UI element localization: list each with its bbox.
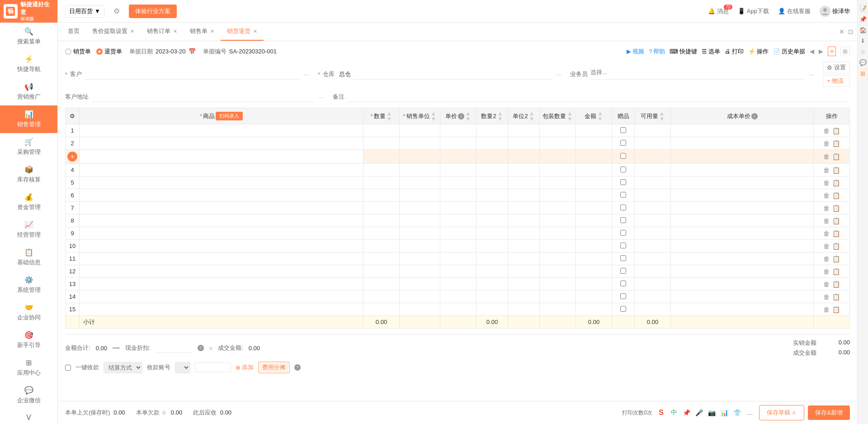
copy-icon[interactable]: 📋 <box>832 293 840 300</box>
copy-row-icon-active[interactable]: 📋 <box>832 153 840 160</box>
one-click-pay-checkbox[interactable] <box>65 365 71 371</box>
warehouse-expand-icon[interactable]: ··· <box>557 71 561 78</box>
salesperson-expand-icon[interactable]: ··· <box>809 71 814 78</box>
amount-sort-icon[interactable]: ▲▼ <box>597 111 603 121</box>
delete-icon[interactable]: 🗑 <box>823 192 830 199</box>
toolbar-view1-icon[interactable]: ≡ <box>828 47 836 56</box>
right-panel-home-icon[interactable]: 🏠 <box>859 25 868 34</box>
gift-checkbox[interactable] <box>620 230 626 236</box>
available-cell[interactable] <box>635 124 671 137</box>
delete-icon[interactable]: 🗑 <box>823 230 830 237</box>
product-cell[interactable] <box>80 124 363 137</box>
sidebar-item-collab[interactable]: 🤝 企业协同 <box>0 299 57 326</box>
gift-checkbox[interactable] <box>620 179 626 185</box>
copy-icon[interactable]: 📋 <box>832 268 840 275</box>
unit2-cell[interactable] <box>508 137 540 150</box>
notification-button[interactable]: 🔔 消息 70 <box>708 7 729 15</box>
sidebar-item-sales[interactable]: 📊 销售管理 <box>0 105 57 133</box>
cost-price-cell[interactable] <box>671 124 814 137</box>
app-download-button[interactable]: 📱 App下载 <box>738 7 769 15</box>
right-panel-star-icon[interactable]: ☆ <box>859 47 868 56</box>
price-info-icon[interactable]: i <box>458 113 464 119</box>
sidebar-item-inventory[interactable]: 📦 库存核算 <box>0 161 57 188</box>
delete-icon[interactable]: 🗑 <box>823 167 830 174</box>
table-settings-icon[interactable]: ⚙ <box>70 113 75 119</box>
address-expand-icon[interactable]: ··· <box>319 94 324 100</box>
customer-expand-icon[interactable]: ··· <box>304 71 309 78</box>
sidebar-item-quicknav[interactable]: ⚡ 快捷导航 <box>0 50 57 78</box>
account-select[interactable] <box>175 362 190 373</box>
toolbar-video-btn[interactable]: ▶ 视频 <box>627 48 644 56</box>
sidebar-item-appstore[interactable]: ⊞ 应用中心 <box>0 354 57 381</box>
cost-price-cell-active[interactable] <box>671 150 814 164</box>
right-panel-screen-icon[interactable]: ⊞ <box>859 69 868 78</box>
delete-row-icon[interactable]: 🗑 <box>823 140 830 147</box>
online-service-button[interactable]: 👤 在线客服 <box>778 7 811 15</box>
delete-icon[interactable]: 🗑 <box>823 205 830 212</box>
right-panel-pin-icon[interactable]: 📌 <box>859 14 868 24</box>
qty-cell[interactable] <box>363 124 400 137</box>
tab-close-order[interactable]: ✕ <box>173 29 177 34</box>
avail-sort-icon[interactable]: ▲▼ <box>659 111 665 121</box>
tab-price-settings[interactable]: 售价提取设置 ✕ <box>86 23 141 41</box>
delete-row-icon-active[interactable]: 🗑 <box>823 153 830 160</box>
toolbar-select-btn[interactable]: ☰ 选单 <box>702 48 720 56</box>
tab-close-sales[interactable]: ✕ <box>210 29 214 34</box>
scan-btn-header[interactable]: 扫码录入 <box>216 112 243 120</box>
sidebar-item-marketing[interactable]: 📢 营销推广 <box>0 78 57 105</box>
amount-input[interactable] <box>195 362 231 372</box>
sidebar-item-vip[interactable]: V 畅会员 <box>0 409 57 424</box>
unit-sort-icon[interactable]: ▲▼ <box>431 111 437 121</box>
user-info[interactable]: 徐泽华 <box>820 6 850 17</box>
delete-icon[interactable]: 🗑 <box>823 243 830 250</box>
qty2-cell[interactable] <box>476 137 508 150</box>
price-cell[interactable] <box>440 124 476 137</box>
tool-voice-icon[interactable]: 🎤 <box>694 407 705 418</box>
nav-selector[interactable]: 日用百货 ▼ <box>65 5 104 18</box>
calendar-icon[interactable]: 📅 <box>189 48 196 55</box>
tab-close-price[interactable]: ✕ <box>130 29 134 34</box>
add-payment-button[interactable]: ⊕ 添加 <box>236 363 254 372</box>
delete-icon[interactable]: 🗑 <box>823 179 830 186</box>
sidebar-item-search[interactable]: 🔍 搜索菜单 <box>0 23 57 50</box>
radio-sales[interactable]: 销货单 <box>65 48 91 56</box>
tool-camera-icon[interactable]: 📷 <box>707 407 717 418</box>
tab-minimize-icon[interactable]: ✕ <box>839 28 844 35</box>
gift-checkbox[interactable] <box>620 127 626 133</box>
gift-checkbox[interactable] <box>620 205 626 210</box>
gift-checkbox[interactable] <box>620 293 626 299</box>
qty2-sort-icon[interactable]: ▲▼ <box>497 111 503 121</box>
copy-icon[interactable]: 📋 <box>832 306 840 313</box>
qty-sort-icon[interactable]: ▲▼ <box>387 111 392 121</box>
amount-cell[interactable] <box>576 124 612 137</box>
price-cell-active[interactable] <box>440 150 476 164</box>
cost-info-icon[interactable]: i <box>751 113 758 119</box>
copy-icon[interactable]: 📋 <box>832 230 840 237</box>
experience-button[interactable]: 体验行业方案 <box>129 5 177 18</box>
copy-icon[interactable]: 📋 <box>832 281 840 288</box>
unit-cell[interactable] <box>400 137 440 150</box>
amount-cell-active[interactable] <box>576 150 612 164</box>
packqty-cell[interactable] <box>540 137 576 150</box>
unit2-sort-icon[interactable]: ▲▼ <box>529 111 535 121</box>
gift-checkbox[interactable] <box>620 268 626 274</box>
doc-settings-button[interactable]: ⚙ 设置 <box>823 62 850 73</box>
gift-checkbox[interactable] <box>620 306 626 312</box>
tool-shirt-icon[interactable]: 👕 <box>732 407 743 418</box>
salesperson-input[interactable] <box>590 69 804 76</box>
tool-chinese-icon[interactable]: 中 <box>669 407 679 418</box>
delete-icon[interactable]: 🗑 <box>823 268 830 275</box>
qty2-cell-active[interactable] <box>476 150 508 164</box>
available-cell[interactable] <box>635 137 671 150</box>
unit2-cell-active[interactable] <box>508 150 540 164</box>
gift-checkbox[interactable] <box>620 217 626 223</box>
sidebar-item-wxwork[interactable]: 💬 企业微信 <box>0 381 57 409</box>
sidebar-item-system[interactable]: ⚙️ 系统管理 <box>0 271 57 299</box>
gift-checkbox-active[interactable] <box>620 153 626 159</box>
unit-cell-active[interactable] <box>400 150 440 164</box>
gift-checkbox[interactable] <box>620 243 626 248</box>
feiyon-help-icon[interactable]: ? <box>294 364 301 371</box>
toolbar-print-btn[interactable]: 🖨 打印 <box>725 48 744 56</box>
remark-input[interactable] <box>347 91 850 98</box>
gift-checkbox[interactable] <box>620 167 626 172</box>
